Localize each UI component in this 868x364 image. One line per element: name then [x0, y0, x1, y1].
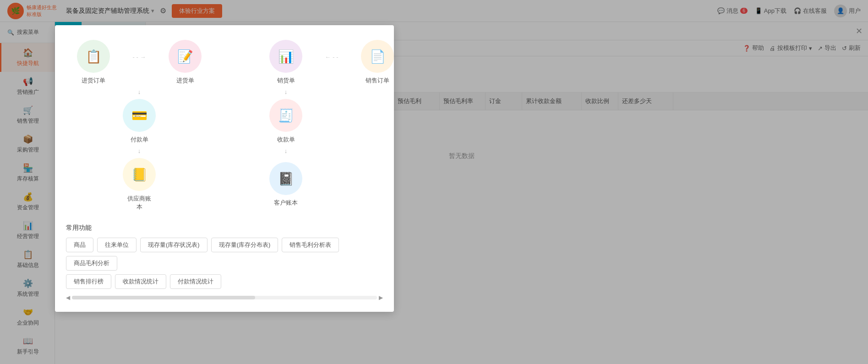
common-functions-section: 常用功能 商品 往来单位 现存量(库存状况表) 现存量(库存分布表) 销售毛利分… — [66, 224, 383, 289]
payment-bill-icon: 💳 — [123, 99, 156, 132]
popup-container: 📋 进货订单 - - → 📝 进货单 📊 销货单 - - → — [55, 25, 394, 312]
cf-goods-gross-button[interactable]: 商品毛利分析 — [66, 256, 117, 271]
scroll-left-icon[interactable]: ◀ — [66, 294, 70, 301]
sales-order-icon: 📄 — [361, 40, 394, 73]
popup-overlay[interactable]: 📋 进货订单 - - → 📝 进货单 📊 销货单 - - → — [0, 0, 868, 364]
flow-diagram: 📋 进货订单 - - → 📝 进货单 📊 销货单 - - → — [66, 36, 383, 215]
flow-node-payment-bill[interactable]: 💳 付款单 — [121, 95, 158, 147]
customer-ledger-icon: 📓 — [269, 162, 302, 195]
cf-receipt-stats-button[interactable]: 收款情况统计 — [115, 274, 166, 289]
supplier-ledger-icon: 📒 — [123, 158, 156, 191]
flow-node-purchase-order[interactable]: 📋 进货订单 — [66, 36, 121, 88]
customer-ledger-label: 客户账本 — [274, 199, 298, 207]
arrow-h1: - - → — [121, 54, 158, 71]
arrow-v2: ↓ — [258, 88, 313, 95]
arrow-v3: ↓ — [121, 147, 158, 154]
flow-node-sales-bill[interactable]: 📊 销货单 — [258, 36, 313, 88]
common-functions-row1: 商品 往来单位 现存量(库存状况表) 现存量(库存分布表) 销售毛利分析表 商品… — [66, 238, 383, 271]
payment-bill-label: 付款单 — [131, 136, 148, 144]
purchase-order-icon: 📋 — [77, 40, 110, 73]
purchase-order-label: 进货订单 — [82, 76, 105, 85]
scrollbar-track[interactable] — [72, 296, 377, 299]
arrow-h2: - - → — [313, 54, 350, 71]
flow-node-sales-order[interactable]: 📄 销售订单 — [350, 36, 405, 88]
arrow-v4: ↓ — [258, 147, 313, 154]
cf-payment-stats-button[interactable]: 付款情况统计 — [170, 274, 221, 289]
popup-scrollbar: ◀ ▶ — [66, 294, 383, 301]
app-wrapper: 🌿 畅康通好生意 标准版 装备及固定资产辅助管理系统 ▾ ⚙ 体验行业方案 💬 … — [0, 0, 868, 364]
flow-node-purchase-bill[interactable]: 📝 进货单 — [158, 36, 213, 88]
flow-node-supplier-ledger[interactable]: 📒 供应商账本 — [121, 154, 158, 215]
common-functions-title: 常用功能 — [66, 224, 383, 232]
arrow-v1: ↓ — [121, 88, 158, 95]
supplier-ledger-label: 供应商账本 — [125, 195, 154, 211]
sales-order-label: 销售订单 — [366, 76, 389, 85]
cf-sales-rank-button[interactable]: 销售排行榜 — [66, 274, 111, 289]
receipt-bill-icon: 🧾 — [269, 99, 302, 132]
receipt-bill-label: 收款单 — [277, 136, 295, 144]
purchase-bill-icon: 📝 — [169, 40, 202, 73]
cf-goods-button[interactable]: 商品 — [66, 238, 93, 252]
cf-contacts-button[interactable]: 往来单位 — [97, 238, 136, 252]
sales-bill-label: 销货单 — [277, 76, 295, 85]
flow-node-receipt-bill[interactable]: 🧾 收款单 — [258, 95, 313, 147]
cf-sales-gross-button[interactable]: 销售毛利分析表 — [282, 238, 339, 252]
flow-node-customer-ledger[interactable]: 📓 客户账本 — [258, 158, 313, 211]
cf-stock-status-button[interactable]: 现存量(库存状况表) — [140, 238, 207, 252]
purchase-bill-label: 进货单 — [176, 76, 194, 85]
cf-stock-dist-button[interactable]: 现存量(库存分布表) — [211, 238, 278, 252]
scroll-right-icon[interactable]: ▶ — [379, 294, 383, 301]
scrollbar-thumb — [72, 296, 255, 299]
common-functions-row2: 销售排行榜 收款情况统计 付款情况统计 — [66, 274, 383, 289]
sales-bill-icon: 📊 — [269, 40, 302, 73]
